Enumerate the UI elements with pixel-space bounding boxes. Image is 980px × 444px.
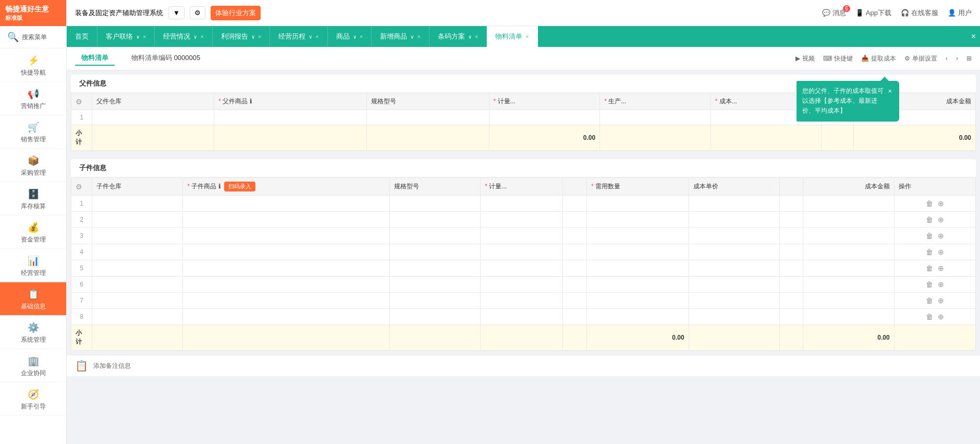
- view-btn[interactable]: ▶ 视频: [795, 54, 815, 63]
- sidebar-item-marketing[interactable]: 📢 营销推广: [0, 82, 66, 115]
- child-unit-price-5[interactable]: [689, 260, 779, 277]
- delete-icon[interactable]: 🗑: [926, 280, 933, 289]
- child-qty-1[interactable]: [586, 196, 689, 212]
- user-btn[interactable]: 👤 用户: [948, 8, 972, 18]
- single-settings-btn[interactable]: ⚙ 单据设置: [904, 54, 937, 63]
- delete-icon[interactable]: 🗑: [926, 215, 933, 224]
- copy-icon[interactable]: ⊕: [938, 199, 944, 208]
- delete-icon[interactable]: 🗑: [926, 313, 933, 321]
- child-warehouse-5[interactable]: [92, 260, 183, 277]
- child-spec-8[interactable]: [389, 309, 480, 325]
- copy-icon[interactable]: ⊕: [938, 313, 944, 321]
- child-goods-5[interactable]: [183, 260, 390, 277]
- child-qty-6[interactable]: [586, 277, 689, 293]
- child-qty-3[interactable]: [586, 228, 689, 244]
- gear-icon[interactable]: ⚙: [76, 98, 82, 106]
- nav-prev-icon[interactable]: ‹: [946, 55, 948, 62]
- sidebar-item-purchase[interactable]: 📦 采购管理: [0, 149, 66, 182]
- copy-icon[interactable]: ⊕: [938, 215, 944, 224]
- child-unit-price-4[interactable]: [689, 244, 779, 260]
- copy-icon[interactable]: ⊕: [938, 264, 944, 272]
- child-goods-2[interactable]: [183, 212, 390, 228]
- gear-icon[interactable]: ⚙: [76, 183, 82, 191]
- child-spec-2[interactable]: [389, 212, 480, 228]
- tab-barcode[interactable]: 条码方案 ∨ ×: [430, 26, 487, 47]
- sidebar-item-operations[interactable]: 📊 经营管理: [0, 249, 66, 282]
- delete-icon[interactable]: 🗑: [926, 248, 933, 256]
- tab-new-goods[interactable]: 新增商品 ∨ ×: [372, 26, 429, 47]
- parent-spec-1[interactable]: [367, 110, 489, 125]
- delete-icon[interactable]: 🗑: [926, 199, 933, 208]
- copy-icon[interactable]: ⊕: [938, 280, 944, 289]
- tab-biz-history[interactable]: 经营历程 ∨ ×: [270, 26, 327, 47]
- child-unit-2[interactable]: [481, 212, 563, 228]
- child-spec-7[interactable]: [389, 293, 480, 309]
- sidebar-item-basic-info[interactable]: 📋 基础信息: [0, 282, 66, 316]
- copy-icon[interactable]: ⊕: [938, 248, 944, 256]
- child-qty-8[interactable]: [586, 309, 689, 325]
- expand-icon[interactable]: ⊞: [966, 55, 972, 62]
- child-qty-7[interactable]: [586, 293, 689, 309]
- child-unit-price-1[interactable]: [689, 196, 779, 212]
- child-warehouse-4[interactable]: [92, 244, 183, 260]
- child-goods-8[interactable]: [183, 309, 390, 325]
- tab-customer[interactable]: 客户联络 ∨ ×: [97, 26, 155, 47]
- sidebar-item-finance[interactable]: 💰 资金管理: [0, 215, 66, 249]
- close-icon[interactable]: ×: [200, 33, 203, 40]
- child-qty-2[interactable]: [586, 212, 689, 228]
- delete-icon[interactable]: 🗑: [926, 232, 933, 240]
- child-warehouse-6[interactable]: [92, 277, 183, 293]
- child-warehouse-1[interactable]: [92, 196, 183, 212]
- child-qty-4[interactable]: [586, 244, 689, 260]
- child-unit-1[interactable]: [481, 196, 563, 212]
- child-unit-price-8[interactable]: [689, 309, 779, 325]
- child-unit-price-7[interactable]: [689, 293, 779, 309]
- child-unit-8[interactable]: [481, 309, 563, 325]
- child-goods-3[interactable]: [183, 228, 390, 244]
- tab-home[interactable]: 首页: [67, 26, 97, 47]
- sidebar-item-search[interactable]: 🔍 搜索菜单: [0, 26, 66, 49]
- child-spec-4[interactable]: [389, 244, 480, 260]
- child-unit-4[interactable]: [481, 244, 563, 260]
- close-icon[interactable]: ×: [143, 33, 146, 40]
- scan-btn[interactable]: 扫码录入: [224, 182, 255, 191]
- message-btn[interactable]: 💬 消息 6: [822, 8, 846, 18]
- child-unit-price-6[interactable]: [689, 277, 779, 293]
- tooltip-close-btn[interactable]: ×: [888, 86, 892, 97]
- trial-btn[interactable]: 体验行业方案: [211, 6, 261, 20]
- close-icon[interactable]: ×: [258, 33, 261, 40]
- online-service-btn[interactable]: 🎧 在线客服: [901, 8, 938, 18]
- child-warehouse-7[interactable]: [92, 293, 183, 309]
- extract-cost-btn[interactable]: 📥 提取成本: [861, 54, 896, 63]
- child-unit-6[interactable]: [481, 277, 563, 293]
- parent-unit-1[interactable]: [489, 110, 600, 125]
- close-icon[interactable]: ×: [360, 33, 363, 40]
- child-unit-7[interactable]: [481, 293, 563, 309]
- parent-goods-1[interactable]: [214, 110, 367, 125]
- sidebar-item-quick-nav[interactable]: ⚡ 快捷导航: [0, 49, 66, 82]
- notes-icon[interactable]: 📋: [75, 359, 88, 372]
- parent-production-1[interactable]: [600, 110, 711, 125]
- dropdown-btn[interactable]: ▼: [168, 6, 185, 19]
- sub-tab-bom[interactable]: 物料清单: [75, 51, 115, 66]
- app-download-btn[interactable]: 📱 App下载: [855, 8, 891, 18]
- child-spec-3[interactable]: [389, 228, 480, 244]
- close-icon[interactable]: ×: [525, 33, 529, 40]
- tab-goods[interactable]: 商品 ∨ ×: [328, 26, 372, 47]
- child-qty-5[interactable]: [586, 260, 689, 277]
- tab-operations-status[interactable]: 经营情况 ∨ ×: [155, 26, 212, 47]
- sidebar-item-inventory[interactable]: 🗄️ 库存核算: [0, 182, 66, 215]
- nav-more-btn[interactable]: ×: [971, 32, 980, 41]
- child-goods-4[interactable]: [183, 244, 390, 260]
- child-goods-7[interactable]: [183, 293, 390, 309]
- child-spec-5[interactable]: [389, 260, 480, 277]
- close-icon[interactable]: ×: [475, 33, 478, 40]
- settings-btn[interactable]: ⚙: [190, 6, 205, 19]
- close-icon[interactable]: ×: [417, 33, 420, 40]
- delete-icon[interactable]: 🗑: [926, 296, 933, 305]
- child-unit-price-3[interactable]: [689, 228, 779, 244]
- child-warehouse-2[interactable]: [92, 212, 183, 228]
- child-spec-6[interactable]: [389, 277, 480, 293]
- child-warehouse-3[interactable]: [92, 228, 183, 244]
- nav-next-icon[interactable]: ›: [956, 55, 958, 62]
